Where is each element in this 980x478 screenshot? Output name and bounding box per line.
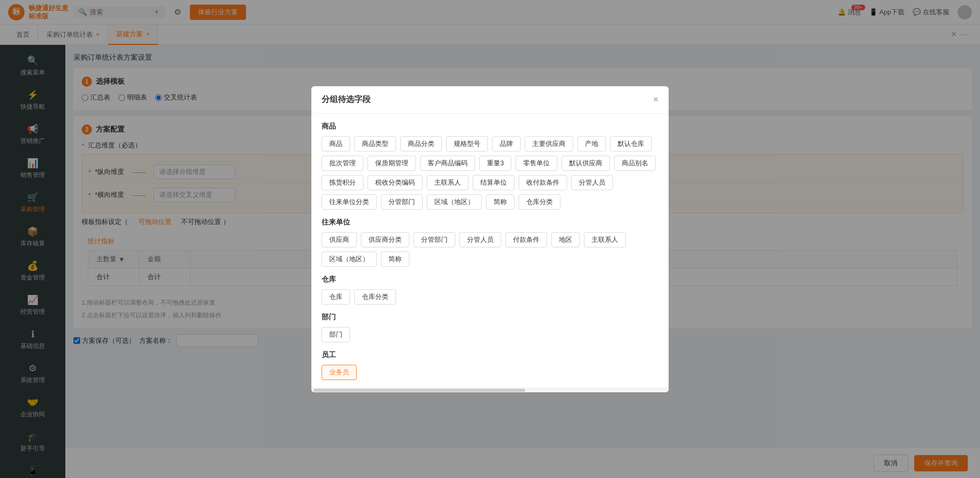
field-tags-employee: 业务员 xyxy=(322,365,658,380)
field-tag-product-0[interactable]: 商品 xyxy=(322,136,350,152)
field-section-title-warehouse: 仓库 xyxy=(322,275,658,284)
field-section-title-partner: 往来单位 xyxy=(322,218,658,227)
field-tag-partner-5[interactable]: 地区 xyxy=(551,232,580,247)
field-section-title-department: 部门 xyxy=(322,313,658,322)
field-tag-department-0[interactable]: 部门 xyxy=(322,327,350,342)
field-selection-modal: 分组待选字段 × 商品商品商品类型商品分类规格型号品牌主要供应商产地默认仓库批次… xyxy=(311,86,669,392)
field-section-title-product: 商品 xyxy=(322,122,658,131)
field-tag-partner-6[interactable]: 主联系人 xyxy=(584,232,626,247)
field-tag-partner-3[interactable]: 分管人员 xyxy=(459,232,501,247)
modal-body: 商品商品商品类型商品分类规格型号品牌主要供应商产地默认仓库批次管理保质期管理客户… xyxy=(311,114,669,388)
field-tag-product-20[interactable]: 分管人员 xyxy=(571,175,613,190)
field-tag-partner-2[interactable]: 分管部门 xyxy=(413,232,455,247)
field-section-partner: 往来单位供应商供应商分类分管部门分管人员付款条件地区主联系人区域（地区）简称 xyxy=(322,218,658,267)
field-tag-product-4[interactable]: 品牌 xyxy=(492,136,521,152)
field-tag-partner-8[interactable]: 简称 xyxy=(381,251,409,267)
field-section-employee: 员工业务员 xyxy=(322,350,658,380)
field-tag-partner-0[interactable]: 供应商 xyxy=(322,232,357,247)
field-tag-product-6[interactable]: 产地 xyxy=(577,136,606,152)
field-tag-product-24[interactable]: 简称 xyxy=(486,194,514,210)
field-section-department: 部门部门 xyxy=(322,313,658,342)
field-tag-product-25[interactable]: 仓库分类 xyxy=(519,194,560,210)
field-tags-product: 商品商品类型商品分类规格型号品牌主要供应商产地默认仓库批次管理保质期管理客户商品… xyxy=(322,136,658,210)
field-tag-product-12[interactable]: 零售单位 xyxy=(516,156,557,171)
field-section-warehouse: 仓库仓库仓库分类 xyxy=(322,275,658,305)
field-tag-product-22[interactable]: 分管部门 xyxy=(381,194,423,210)
field-tag-product-1[interactable]: 商品类型 xyxy=(354,136,396,152)
field-tag-product-21[interactable]: 往来单位分类 xyxy=(322,194,377,210)
field-tag-partner-1[interactable]: 供应商分类 xyxy=(361,232,409,247)
modal-title: 分组待选字段 xyxy=(322,94,371,105)
field-tag-product-5[interactable]: 主要供应商 xyxy=(525,136,573,152)
field-tags-partner: 供应商供应商分类分管部门分管人员付款条件地区主联系人区域（地区）简称 xyxy=(322,232,658,267)
field-tag-product-19[interactable]: 收付款条件 xyxy=(519,175,567,190)
field-tag-product-13[interactable]: 默认供应商 xyxy=(561,156,610,171)
field-section-title-employee: 员工 xyxy=(322,350,658,360)
modal-header: 分组待选字段 × xyxy=(311,86,669,114)
field-tag-partner-4[interactable]: 付款条件 xyxy=(505,232,547,247)
field-tag-warehouse-0[interactable]: 仓库 xyxy=(322,289,350,305)
field-tag-partner-7[interactable]: 区域（地区） xyxy=(322,251,377,267)
field-tag-product-8[interactable]: 批次管理 xyxy=(322,156,363,171)
field-tag-product-3[interactable]: 规格型号 xyxy=(446,136,488,152)
field-tag-product-14[interactable]: 商品别名 xyxy=(614,156,656,171)
modal-hscroll[interactable] xyxy=(311,388,669,392)
field-tag-product-7[interactable]: 默认仓库 xyxy=(610,136,652,152)
field-tag-product-11[interactable]: 重量3 xyxy=(479,156,511,171)
field-tag-employee-0[interactable]: 业务员 xyxy=(322,365,357,380)
field-tag-product-10[interactable]: 客户商品编码 xyxy=(420,156,475,171)
field-tag-product-15[interactable]: 拣货积分 xyxy=(322,175,363,190)
field-tag-product-2[interactable]: 商品分类 xyxy=(400,136,442,152)
field-tag-warehouse-1[interactable]: 仓库分类 xyxy=(354,289,396,305)
field-tags-department: 部门 xyxy=(322,327,658,342)
modal-overlay[interactable]: 分组待选字段 × 商品商品商品类型商品分类规格型号品牌主要供应商产地默认仓库批次… xyxy=(0,0,980,478)
field-tag-product-9[interactable]: 保质期管理 xyxy=(368,156,416,171)
field-tags-warehouse: 仓库仓库分类 xyxy=(322,289,658,305)
field-tag-product-16[interactable]: 税收分类编码 xyxy=(368,175,423,190)
field-section-product: 商品商品商品类型商品分类规格型号品牌主要供应商产地默认仓库批次管理保质期管理客户… xyxy=(322,122,658,210)
hscroll-thumb xyxy=(313,389,525,392)
field-tag-product-23[interactable]: 区域（地区） xyxy=(427,194,482,210)
field-tag-product-18[interactable]: 结算单位 xyxy=(473,175,514,190)
modal-close-button[interactable]: × xyxy=(653,94,658,105)
field-tag-product-17[interactable]: 主联系人 xyxy=(427,175,469,190)
